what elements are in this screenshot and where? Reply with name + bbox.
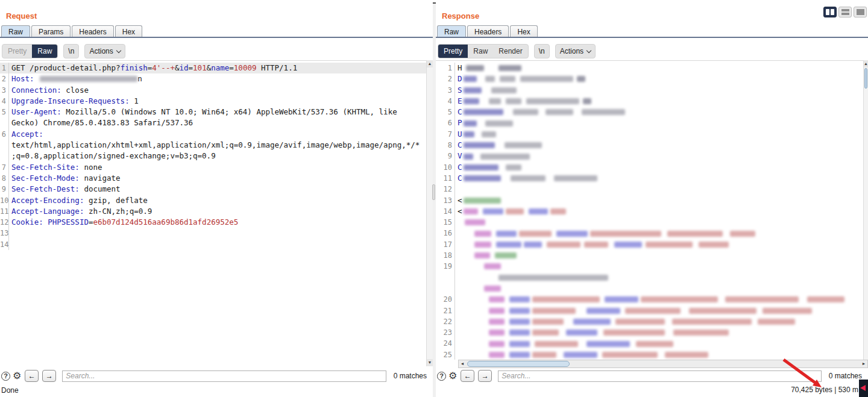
line-number: 23 bbox=[436, 327, 455, 338]
response-title: Response bbox=[442, 11, 479, 20]
search-next-button[interactable]: → bbox=[478, 370, 492, 382]
code-line: 7U bbox=[436, 129, 863, 140]
tab-headers[interactable]: Headers bbox=[467, 25, 509, 38]
code-token: Sec-Fetch-Site: bbox=[11, 162, 80, 173]
tab-params[interactable]: Params bbox=[31, 25, 71, 38]
response-horizontal-scrollbar[interactable]: ◄ ► bbox=[458, 360, 868, 368]
request-vertical-scrollbar[interactable]: ▲ ▼ bbox=[426, 60, 433, 366]
line-content: ;q=0.8,application/signed-exchange;v=b3;… bbox=[9, 151, 216, 161]
code-token: Host: bbox=[11, 73, 34, 84]
search-prev-button[interactable]: ← bbox=[461, 370, 474, 382]
tab-headers[interactable]: Headers bbox=[72, 25, 113, 38]
request-search-bar: ? ⚙ ← → 0 matches bbox=[0, 369, 433, 383]
redacted-text bbox=[614, 242, 642, 248]
response-tabs: RawHeadersHex bbox=[437, 25, 539, 38]
view-mode-pretty[interactable]: Pretty bbox=[2, 45, 32, 58]
code-token: H bbox=[458, 63, 462, 73]
tab-hex[interactable]: Hex bbox=[510, 25, 537, 38]
tab-raw[interactable]: Raw bbox=[437, 25, 466, 38]
newline-toggle-button[interactable]: \n bbox=[63, 44, 79, 58]
newline-toggle-button[interactable]: \n bbox=[534, 44, 550, 58]
line-content bbox=[455, 349, 708, 360]
search-input[interactable] bbox=[498, 370, 821, 382]
response-size-time: 70,425 bytes | 530 m bbox=[791, 386, 858, 394]
redacted-text bbox=[590, 231, 661, 237]
redacted-text bbox=[464, 208, 478, 214]
actions-button[interactable]: Actions bbox=[84, 44, 125, 58]
panel-splitter[interactable] bbox=[432, 184, 435, 200]
line-number: 8 bbox=[0, 173, 9, 184]
redacted-text bbox=[509, 296, 530, 302]
code-token: navigate bbox=[80, 173, 121, 184]
search-input[interactable] bbox=[62, 370, 386, 382]
code-line: 13< bbox=[436, 195, 863, 206]
code-line: 12Cookie: PHPSESSID=e6b07d124d516aa69b86… bbox=[0, 217, 426, 228]
redacted-text bbox=[498, 65, 521, 71]
code-line: 25 bbox=[436, 349, 863, 360]
line-content bbox=[455, 338, 673, 349]
split-vertical-button[interactable] bbox=[823, 7, 837, 17]
view-mode-render[interactable]: Render bbox=[493, 45, 527, 58]
code-line: 8C bbox=[436, 140, 863, 151]
redacted-text bbox=[665, 352, 708, 358]
redacted-text bbox=[584, 242, 608, 248]
code-token: P bbox=[458, 117, 462, 128]
help-icon[interactable]: ? bbox=[437, 372, 446, 381]
redacted-text bbox=[546, 109, 573, 115]
view-mode-raw[interactable]: Raw bbox=[468, 45, 493, 58]
line-content: P bbox=[455, 117, 513, 128]
request-editor[interactable]: 1GET /product-detail.php?finish=4'--+&id… bbox=[0, 60, 426, 366]
line-content: < bbox=[455, 195, 501, 206]
redacted-text bbox=[535, 341, 578, 347]
code-line: 14< bbox=[436, 206, 863, 217]
response-editor[interactable]: 1H2D3S4E5C6P7U8C9V10C11C1213<14<15161718… bbox=[436, 60, 863, 360]
view-mode-raw[interactable]: Raw bbox=[32, 45, 57, 58]
tab-hex[interactable]: Hex bbox=[115, 25, 142, 38]
line-content: V bbox=[455, 151, 530, 161]
code-token: Accept-Language: bbox=[11, 206, 84, 217]
scroll-down-icon[interactable]: ▼ bbox=[427, 359, 433, 366]
code-token: User-Agent: bbox=[11, 107, 61, 117]
redacted-text bbox=[587, 308, 620, 314]
single-pane-button[interactable] bbox=[854, 7, 867, 17]
search-next-button[interactable]: → bbox=[42, 370, 56, 382]
split-horizontal-button[interactable] bbox=[838, 7, 852, 17]
view-mode-pretty[interactable]: Pretty bbox=[438, 45, 468, 58]
redacted-text bbox=[483, 208, 503, 214]
response-vertical-scrollbar[interactable]: ▲ bbox=[863, 60, 868, 360]
scroll-up-icon[interactable]: ▲ bbox=[427, 60, 433, 67]
code-token: Mozilla/5.0 (Windows NT 10.0; Win64; x64… bbox=[61, 107, 397, 117]
redacted-text bbox=[484, 286, 501, 292]
line-number: 11 bbox=[0, 206, 9, 217]
redacted-text bbox=[506, 208, 524, 214]
actions-button[interactable]: Actions bbox=[555, 44, 596, 58]
code-line: 11Accept-Language: zh-CN,zh;q=0.9 bbox=[0, 206, 426, 217]
search-prev-button[interactable]: ← bbox=[25, 370, 39, 382]
line-content: C bbox=[455, 140, 542, 151]
redacted-text bbox=[495, 252, 517, 258]
code-token: HTTP/1.1 bbox=[256, 63, 297, 73]
code-line bbox=[436, 272, 863, 283]
redacted-text bbox=[524, 242, 542, 248]
redacted-text bbox=[509, 341, 530, 347]
code-token: = bbox=[229, 63, 234, 73]
scrollbar-thumb[interactable] bbox=[467, 361, 570, 367]
code-line: 23 bbox=[436, 327, 863, 338]
scroll-left-icon[interactable]: ◄ bbox=[459, 360, 466, 367]
scroll-right-icon[interactable]: ► bbox=[860, 360, 867, 367]
tab-raw[interactable]: Raw bbox=[1, 25, 30, 38]
redacted-text bbox=[496, 242, 521, 248]
line-number bbox=[0, 151, 9, 161]
scrollbar-thumb[interactable] bbox=[864, 68, 867, 89]
red-play-icon bbox=[860, 385, 866, 391]
code-line: 15 bbox=[436, 217, 863, 228]
redacted-text bbox=[480, 154, 530, 160]
gear-icon[interactable]: ⚙ bbox=[448, 370, 457, 381]
line-number: 17 bbox=[436, 239, 455, 250]
gear-icon[interactable]: ⚙ bbox=[13, 370, 21, 381]
code-token: Accept: bbox=[11, 129, 43, 140]
code-token: Sec-Fetch-Mode: bbox=[11, 173, 80, 184]
help-icon[interactable]: ? bbox=[1, 372, 10, 381]
request-title: Request bbox=[6, 11, 37, 20]
scroll-up-icon[interactable]: ▲ bbox=[864, 60, 868, 67]
